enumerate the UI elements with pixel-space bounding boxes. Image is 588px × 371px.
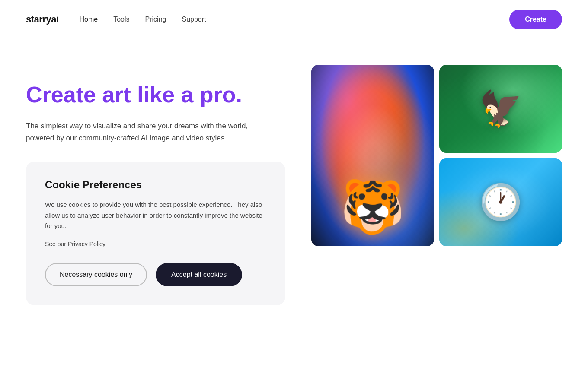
nav-item-tools[interactable]: Tools <box>113 16 129 23</box>
hero-section: Create art like a pro. The simplest way … <box>0 39 588 323</box>
owl-artwork <box>439 65 562 153</box>
nav-link-home[interactable]: Home <box>80 16 98 23</box>
navbar: starryai Home Tools Pricing Support Crea… <box>0 0 588 39</box>
cookie-dialog: Cookie Preferences We use cookies to pro… <box>26 162 285 305</box>
privacy-policy-link[interactable]: See our Privacy Policy <box>45 241 105 247</box>
hero-subtitle: The simplest way to visualize and share … <box>26 120 259 144</box>
nav-item-support[interactable]: Support <box>182 16 206 23</box>
logo: starryai <box>26 14 59 25</box>
clock-artwork <box>439 158 562 246</box>
tiger-artwork <box>311 65 434 246</box>
hero-images <box>311 65 562 246</box>
hero-content: Create art like a pro. The simplest way … <box>26 65 294 305</box>
nav-item-home[interactable]: Home <box>80 16 98 23</box>
nav-link-support[interactable]: Support <box>182 16 206 23</box>
cookie-body: We use cookies to provide you with the b… <box>45 200 266 231</box>
create-button[interactable]: Create <box>509 10 562 29</box>
nav-link-tools[interactable]: Tools <box>113 16 129 23</box>
cookie-title: Cookie Preferences <box>45 179 266 191</box>
image-tiger <box>311 65 434 246</box>
cookie-buttons: Necessary cookies only Accept all cookie… <box>45 263 266 286</box>
hero-title: Create art like a pro. <box>26 82 294 108</box>
necessary-cookies-button[interactable]: Necessary cookies only <box>45 263 147 286</box>
accept-all-cookies-button[interactable]: Accept all cookies <box>156 263 242 286</box>
image-owl <box>439 65 562 153</box>
nav-item-pricing[interactable]: Pricing <box>145 16 166 23</box>
nav-links: Home Tools Pricing Support <box>80 16 206 23</box>
image-clock <box>439 158 562 246</box>
nav-link-pricing[interactable]: Pricing <box>145 16 166 23</box>
